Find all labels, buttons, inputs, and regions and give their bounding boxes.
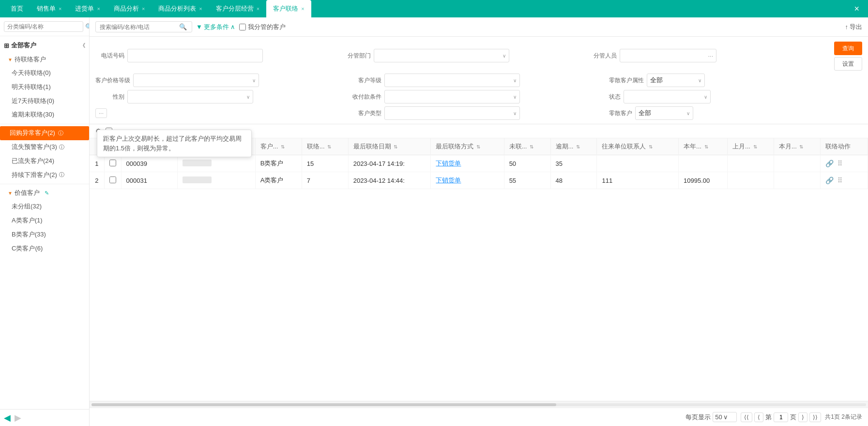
window-close-button[interactable]: × <box>849 4 864 14</box>
sort-icon: ⇅ <box>281 144 285 149</box>
cell-this-month <box>774 155 820 172</box>
collapse-icon[interactable]: 《 <box>80 42 85 49</box>
close-icon-active[interactable]: × <box>301 6 304 12</box>
close-icon[interactable]: × <box>59 6 61 12</box>
close-icon[interactable]: × <box>257 6 259 12</box>
first-page-button[interactable]: ⟨⟨ <box>741 412 752 422</box>
price-level-field: 客户价格等级 ∨ <box>95 73 349 87</box>
my-customers-checkbox[interactable] <box>239 24 246 30</box>
col-last-month: 上月... ⇅ <box>728 138 774 155</box>
search-icon[interactable]: 🔍 <box>85 23 90 30</box>
per-page-select[interactable]: 50 ∨ <box>713 412 737 422</box>
sort-icon: ⇅ <box>394 144 397 149</box>
last-method-link[interactable]: 下销货单 <box>436 160 461 167</box>
col-last-date: 最后联络日期 ⇅ <box>348 138 431 155</box>
sidebar-item-today[interactable]: 今天待联络(0) <box>0 66 89 80</box>
nav-item-product-analysis[interactable]: 商品分析 × <box>107 0 152 17</box>
cell-actions: 🔗 ⠿ <box>820 155 868 172</box>
sidebar-item-a-class[interactable]: A类客户(1) <box>0 214 89 228</box>
nav-item-purchase[interactable]: 进货单 × <box>68 0 107 17</box>
zero-customer-field: 零散客户 全部 ∨ <box>609 106 862 120</box>
gender-select[interactable]: ∨ <box>127 90 253 103</box>
divider <box>0 124 89 124</box>
more-action-icon[interactable]: ⠿ <box>838 176 842 184</box>
settings-button[interactable]: 设置 <box>834 57 862 71</box>
sidebar-item-declining[interactable]: 持续下滑客户(2) ⓘ <box>0 168 89 182</box>
nav-item-customer-contact[interactable]: 客户联络 × <box>266 0 311 17</box>
payment-select[interactable]: ∨ <box>384 90 520 103</box>
nav-item-product-analysis-list[interactable]: 商品分析列表 × <box>152 0 209 17</box>
zero-sale-attr-select[interactable]: 全部 ∨ <box>647 73 705 87</box>
row-checkbox[interactable] <box>109 176 116 183</box>
last-method-link[interactable]: 下销货单 <box>436 176 461 184</box>
nav-item-customer-tier[interactable]: 客户分层经营 × <box>209 0 266 17</box>
close-icon[interactable]: × <box>142 6 145 12</box>
dept-select[interactable]: ∨ <box>374 49 509 62</box>
all-customers-header[interactable]: ⊞ 全部客户 《 <box>0 38 89 53</box>
more-action-icon[interactable]: ⠿ <box>838 160 842 167</box>
page-input[interactable] <box>774 412 788 422</box>
chevron-down-icon: ∨ <box>698 78 701 83</box>
sort-icon: ⇅ <box>704 144 708 149</box>
sidebar-item-c-class[interactable]: C类客户(6) <box>0 242 89 256</box>
sidebar-item-tomorrow[interactable]: 明天待联络(1) <box>0 80 89 94</box>
cell-overdue: 48 <box>550 172 597 189</box>
customer-level-select[interactable]: ∨ <box>384 73 520 87</box>
cell-overdue: 35 <box>550 155 597 172</box>
customer-type-select[interactable]: ∨ <box>384 106 520 120</box>
category-search-input[interactable] <box>4 21 83 32</box>
export-button[interactable]: ↑ 导出 <box>845 23 863 31</box>
zero-customer-select[interactable]: 全部 ∨ <box>635 106 693 120</box>
search-input[interactable] <box>100 24 177 30</box>
close-icon[interactable]: × <box>97 6 100 12</box>
masked-name <box>183 160 212 166</box>
status-field: 状态 ∨ <box>609 90 862 103</box>
cell-last-method[interactable]: 下销货单 <box>431 172 504 189</box>
col-contact-person: 往来单位联系人 ⇅ <box>597 138 679 155</box>
pending-contact-group[interactable]: ▼ 待联络客户 <box>0 53 89 66</box>
cell-index: 2 <box>90 172 104 189</box>
scroll-track <box>91 403 866 406</box>
sidebar-item-overdue[interactable]: 逾期未联络(30) <box>0 108 89 122</box>
sidebar-item-7days[interactable]: 近7天待联络(0) <box>0 94 89 108</box>
sidebar-item-b-class[interactable]: B类客户(33) <box>0 228 89 242</box>
export-icon: ↑ <box>845 23 849 30</box>
search-icon[interactable]: 🔍 <box>179 23 187 30</box>
extra-conditions-button[interactable]: ··· <box>95 108 107 118</box>
more-conditions-btn[interactable]: ▼ 更多条件 ∧ <box>196 23 235 31</box>
sidebar-item-repurchase-anomaly[interactable]: 回购异常客户(2) ⓘ <box>0 126 89 140</box>
pagination: 每页显示 50 ∨ ⟨⟨ ⟨ 第 页 ⟩ ⟩⟩ <box>90 408 868 426</box>
phone-input[interactable] <box>127 49 263 62</box>
prev-page-button[interactable]: ⟨ <box>754 412 763 422</box>
value-customers-group[interactable]: ▼ 价值客户 ✎ <box>0 186 89 200</box>
filter-search-box: 🔍 <box>95 21 192 32</box>
cell-last-method[interactable]: 下销货单 <box>431 155 504 172</box>
cell-no-contact: 50 <box>504 155 550 172</box>
sidebar-item-lost-risk[interactable]: 流失预警客户(3) ⓘ <box>0 140 89 154</box>
payment-field: 收付款条件 ∨ <box>352 90 606 103</box>
contact-action-icon[interactable]: 🔗 <box>825 176 834 184</box>
sidebar-item-ungrouped[interactable]: 未分组(32) <box>0 200 89 214</box>
query-button[interactable]: 查询 <box>834 42 862 55</box>
table-scroll[interactable]: 客户编码 ⇅ 客户名称 ⇅ 客户... ⇅ <box>90 138 868 401</box>
sidebar-right-nav[interactable]: ▶ <box>15 412 21 423</box>
edit-icon[interactable]: ✎ <box>45 190 49 196</box>
col-actions: 联络动作 <box>820 138 868 155</box>
sidebar-item-lost-customers[interactable]: 已流失客户(24) <box>0 154 89 168</box>
contact-action-icon[interactable]: 🔗 <box>825 160 834 167</box>
price-level-select[interactable]: ∨ <box>133 73 259 87</box>
table-row: 1 000039 B类客户 15 2023-04-17 14 <box>90 155 868 172</box>
nav-item-home[interactable]: 首页 <box>4 0 30 17</box>
nav-item-sales[interactable]: 销售单 × <box>30 0 68 17</box>
cell-checkbox <box>104 155 121 172</box>
row-checkbox[interactable] <box>109 160 116 166</box>
status-select[interactable]: ∨ <box>624 90 711 103</box>
horizontal-scrollbar[interactable] <box>90 401 868 408</box>
last-page-button[interactable]: ⟩⟩ <box>809 412 821 422</box>
sidebar-left-nav[interactable]: ◀ <box>4 412 11 423</box>
supervisor-select[interactable]: ··· <box>620 49 716 62</box>
close-icon[interactable]: × <box>199 6 202 12</box>
next-page-button[interactable]: ⟩ <box>798 412 807 422</box>
cell-level: B类客户 <box>255 155 302 172</box>
cell-contact-count: 7 <box>302 172 348 189</box>
